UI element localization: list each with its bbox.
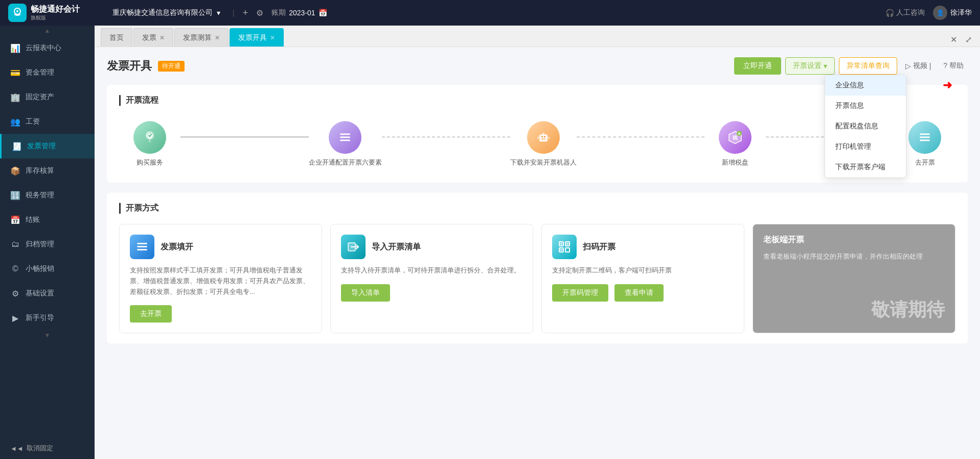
sidebar-item-xiaochang[interactable]: © 小畅报销 <box>0 257 95 281</box>
buy-service-icon <box>133 121 166 154</box>
help-button[interactable]: ? 帮助 <box>939 58 968 74</box>
dropdown-item-invoice-info[interactable]: 开票信息 <box>825 96 906 116</box>
svg-rect-8 <box>544 136 545 137</box>
tab-home[interactable]: 首页 <box>101 28 132 47</box>
jichushezhi-icon: ⚙ <box>10 288 20 299</box>
sidebar-label-gongzi: 工资 <box>26 117 40 126</box>
logo-subtitle: 旗舰版 <box>31 14 80 21</box>
sidebar-label-kucun: 库存核算 <box>26 166 54 175</box>
tab-home-label: 首页 <box>109 33 124 42</box>
user-name: 徐泽华 <box>950 8 972 17</box>
import-list-title: 导入开票清单 <box>372 242 421 253</box>
settings-button[interactable]: 开票设置 ▾ <box>785 57 835 75</box>
exception-button[interactable]: 异常清单查询 <box>839 57 897 75</box>
add-taxdisk-label: 新增税盘 <box>722 158 748 167</box>
company-selector[interactable]: 重庆畅捷交通信息咨询有限公司 ▾ <box>108 6 224 19</box>
sidebar-item-yunbao[interactable]: 📊 云报表中心 <box>0 36 95 60</box>
sidebar-item-jiezhang[interactable]: 📅 结账 <box>0 208 95 232</box>
tab-fapiao-close[interactable]: ✕ <box>159 34 165 41</box>
user-menu[interactable]: 👤 徐泽华 <box>933 6 972 20</box>
tab-fapiao-kaiju[interactable]: 发票开具 ✕ <box>230 28 284 47</box>
sidebar-label-jiezhang: 结账 <box>26 215 40 224</box>
import-list-button[interactable]: 导入清单 <box>341 284 390 302</box>
boss-invoice-title: 老板端开票 <box>763 235 804 244</box>
settings-icon[interactable]: ⚙ <box>256 8 263 18</box>
zijin-icon: 💳 <box>10 67 20 78</box>
activate-button[interactable]: 立即开通 <box>734 57 781 75</box>
import-card-header: 导入开票清单 <box>341 235 522 259</box>
sidebar-label-fapiao: 发票管理 <box>27 142 56 151</box>
sidebar-item-zijin[interactable]: 💳 资金管理 <box>0 60 95 85</box>
yunbao-icon: 📊 <box>10 43 20 53</box>
scan-invoice-title: 扫码开票 <box>583 242 616 253</box>
config-enterprise-label: 企业开通配置开票六要素 <box>309 158 382 167</box>
jiezhang-icon: 📅 <box>10 215 20 225</box>
method-card-scan: 扫码开票 支持定制开票二维码，客户端可扫码开票 开票码管理 查看申请 <box>541 224 744 333</box>
avatar: 👤 <box>933 6 947 20</box>
fill-invoice-button[interactable]: 去开票 <box>130 305 172 323</box>
xinshou-icon: ▶ <box>10 313 20 323</box>
sidebar: ▲ 📊 云报表中心 💳 资金管理 🏢 固定资产 👥 工资 🧾 发票管理 📦 库存… <box>0 26 95 459</box>
sidebar-label-xinshou: 新手引导 <box>26 313 54 323</box>
cancel-pin-button[interactable]: ◄◄ 取消固定 <box>0 438 95 459</box>
gongzi-icon: 👥 <box>10 117 20 127</box>
methods-section-title: 开票方式 <box>119 203 955 214</box>
svg-rect-20 <box>137 243 147 244</box>
tab-expand-btn[interactable]: ⤢ <box>963 33 974 47</box>
sidebar-item-gongzi[interactable]: 👥 工资 <box>0 109 95 134</box>
tab-close-btn[interactable]: ✕ <box>948 33 959 47</box>
period-value: 2023-01 <box>289 9 315 17</box>
page-title-right: 立即开通 开票设置 ▾ 异常清单查询 ▷ 视频 | ? 帮助 <box>734 57 968 75</box>
video-button[interactable]: ▷ 视频 | <box>901 58 936 74</box>
dropdown-item-tax-disk[interactable]: 配置税盘信息 <box>825 116 906 136</box>
method-card-fill: 发票填开 支持按照发票样式手工填开发票；可开具增值税电子普通发票、增值税普通发票… <box>119 224 322 333</box>
svg-rect-5 <box>340 140 350 141</box>
tab-bar: 首页 发票 ✕ 发票测算 ✕ 发票开具 ✕ ✕ ⤢ <box>95 26 980 47</box>
tab-fapiao[interactable]: 发票 ✕ <box>133 28 173 47</box>
sidebar-label-guidang: 归档管理 <box>26 240 54 249</box>
calendar-icon[interactable]: 📅 <box>318 9 327 17</box>
download-robot-icon <box>527 121 560 154</box>
tab-kaiju-close[interactable]: ✕ <box>270 34 275 41</box>
sidebar-item-fapiao[interactable]: 🧾 发票管理 <box>0 134 95 158</box>
svg-rect-9 <box>541 139 545 140</box>
sidebar-label-yunbao: 云报表中心 <box>26 43 61 53</box>
sidebar-item-jichushezhi[interactable]: ⚙ 基础设置 <box>0 281 95 306</box>
add-taxdisk-icon: 税 + <box>719 121 751 154</box>
tab-fapiao-suansuan[interactable]: 发票测算 ✕ <box>174 28 229 47</box>
boss-card-header: 老板端开票 <box>763 235 945 245</box>
dropdown-item-enterprise-info[interactable]: 企业信息 ➜ <box>825 75 906 96</box>
sidebar-item-gudingzichan[interactable]: 🏢 固定资产 <box>0 85 95 109</box>
dropdown-item-download-client[interactable]: 下载开票客户端 <box>825 157 906 177</box>
dropdown-item-printer[interactable]: 打印机管理 <box>825 136 906 157</box>
flow-connector-2 <box>382 136 510 137</box>
flow-connector-1 <box>180 136 309 137</box>
go-invoice-label: 去开票 <box>915 158 935 167</box>
download-client-label: 下载开票客户端 <box>835 163 885 171</box>
company-dropdown-icon: ▾ <box>217 9 220 17</box>
tax-disk-label: 配置税盘信息 <box>835 122 878 130</box>
view-apply-button[interactable]: 查看申请 <box>614 284 664 302</box>
flow-step-robot: 下载并安装开票机器人 <box>510 121 577 167</box>
sidebar-label-jichushezhi: 基础设置 <box>26 289 54 298</box>
buy-service-label: 购买服务 <box>136 158 163 167</box>
sidebar-label-zijin: 资金管理 <box>26 68 54 77</box>
svg-rect-10 <box>542 133 544 135</box>
sidebar-item-guidang[interactable]: 🗂 归档管理 <box>0 232 95 257</box>
sidebar-item-xinshou[interactable]: ▶ 新手引导 <box>0 306 95 330</box>
sidebar-scroll-down[interactable]: ▼ <box>0 330 95 340</box>
add-company-button[interactable]: + <box>243 8 248 18</box>
sidebar-label-gudingzichan: 固定资产 <box>26 93 54 102</box>
svg-rect-22 <box>137 249 147 250</box>
flow-step-taxdisk: 税 + 新增税盘 <box>704 121 766 167</box>
svg-rect-17 <box>920 133 930 135</box>
svg-rect-18 <box>920 136 930 138</box>
tab-suansuan-close[interactable]: ✕ <box>215 34 220 41</box>
sidebar-item-kucun[interactable]: 📦 库存核算 <box>0 158 95 183</box>
scan-code-manage-button[interactable]: 开票码管理 <box>552 284 608 302</box>
svg-rect-27 <box>565 248 569 252</box>
sidebar-scroll-up[interactable]: ▲ <box>0 26 95 36</box>
consult-button[interactable]: 🎧 人工咨询 <box>885 8 925 17</box>
invoice-info-label: 开票信息 <box>835 101 864 109</box>
sidebar-item-shuiwu[interactable]: 🔢 税务管理 <box>0 183 95 208</box>
